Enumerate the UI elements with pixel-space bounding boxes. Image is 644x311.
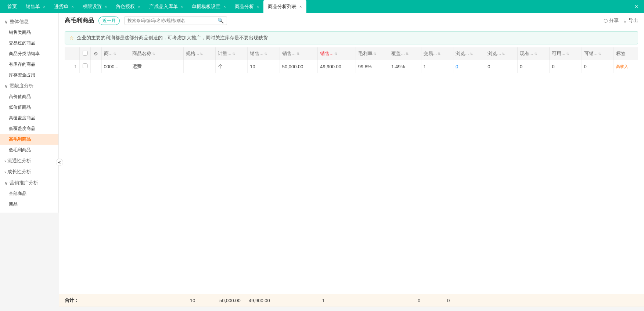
sort-profit-icon[interactable]: ⇅ [334,52,337,56]
content-header: 高毛利商品 近一月 🔍 ⬡ 分享 ⤓ 导出 [59,13,644,28]
sidebar-item-low-value[interactable]: 低价值商品 [0,102,58,113]
sidebar-group-marketing-items: 全部商品 新品 [0,188,58,210]
nav-close-permissions[interactable]: × [105,4,107,9]
share-button[interactable]: ⬡ 分享 [604,17,619,24]
sidebar-wrapper: ∨ 整体信息 销售类商品 交易过的商品 商品分类助销率 有库存的商品 库存资金占… [0,13,59,311]
cell-tag: 高收入 [614,60,638,73]
sort-gross-icon[interactable]: ⇅ [373,52,376,56]
sidebar-group-overall[interactable]: ∨ 整体信息 [0,16,58,27]
sort-saleable-icon[interactable]: ⇅ [598,52,601,56]
sidebar-item-high-value[interactable]: 高价值商品 [0,91,58,102]
nav-product-analysis[interactable]: 商品分析 × [230,0,263,13]
nav-permissions[interactable]: 权限设置 × [78,0,111,13]
footer-coverage-empty [298,298,320,303]
sidebar-item-all-goods[interactable]: 全部商品 [0,188,58,199]
sort-unit-icon[interactable]: ⇅ [232,52,235,56]
sort-stock-icon[interactable]: ⇅ [534,52,537,56]
col-spec: 规格... ⇅ [183,47,215,60]
footer-sales-qty [85,298,188,303]
cell-setting [90,60,101,73]
cell-available: 0 [550,60,582,73]
sort-browse1-icon[interactable]: ⇅ [470,52,473,56]
col-coverage: 覆盖... ⇅ [389,47,421,60]
footer-gross-empty [276,298,298,303]
nav-role-auth[interactable]: 角色授权 × [111,0,144,13]
sort-qty-icon[interactable]: ⇅ [264,52,267,56]
col-tag: 标签 [614,47,638,60]
sidebar-group-marketing[interactable]: ∨ 营销推广分析 [0,177,58,188]
sort-spec-icon[interactable]: ⇅ [200,52,203,56]
sidebar-item-new-goods[interactable]: 新品 [0,199,58,210]
sidebar-item-low-coverage[interactable]: 低覆盖度商品 [0,123,58,134]
sidebar-item-low-margin[interactable]: 低毛利商品 [0,145,58,155]
nav-product-analysis-list[interactable]: 商品分析列表 × [263,0,306,13]
nav-purchase-order[interactable]: 进货单 × [50,0,78,13]
nav-close-role-auth[interactable]: × [138,4,140,9]
col-setting[interactable]: ⚙ [90,47,101,60]
sidebar-item-category-rate[interactable]: 商品分类助销率 [0,48,58,59]
footer-browse1-empty [349,298,371,303]
sort-code-icon[interactable]: ⇅ [113,52,116,56]
period-button[interactable]: 近一月 [98,17,120,25]
chevron-right-icon: › [4,158,6,164]
sort-browse2-icon[interactable]: ⇅ [502,52,505,56]
nav-close-product-analysis-list[interactable]: × [299,4,302,9]
col-transaction: 交易... ⇅ [421,47,453,60]
nav-template-settings[interactable]: 单据模板设置 × [187,0,230,13]
nav-close-purchase[interactable]: × [71,4,73,9]
col-available: 可用... ⇅ [550,47,582,60]
nav-sales-order[interactable]: 销售单 × [21,0,50,13]
cell-coverage: 1.49% [389,60,421,73]
col-checkbox [79,47,90,60]
export-button[interactable]: ⤓ 导出 [623,17,638,24]
info-icon: ☆ [69,35,74,41]
col-unit: 计量... ⇅ [215,47,247,60]
sort-transaction-icon[interactable]: ⇅ [438,52,440,56]
sort-available-icon[interactable]: ⇅ [566,52,569,56]
col-name: 商品名称 ⇅ [130,47,183,60]
browse1-link[interactable]: 0 [456,64,458,69]
col-sales-amount: 销售... ⇅ [280,47,317,60]
sidebar-group-liquidity[interactable]: › 流通性分析 [0,155,58,166]
nav-product-instock[interactable]: 产成品入库单 × [145,0,187,13]
sort-amount-icon[interactable]: ⇅ [296,52,299,56]
sidebar-item-traded-goods[interactable]: 交易过的商品 [0,38,58,48]
tag-badge: 高收入 [616,64,628,69]
top-navigation: 首页 销售单 × 进货单 × 权限设置 × 角色授权 × 产成品入库单 × 单据… [0,0,644,13]
nav-close-sales[interactable]: × [43,4,45,9]
chevron-right-icon-2: › [4,169,6,175]
cell-spec [183,60,215,73]
window-close-button[interactable]: × [632,3,641,10]
sort-name-icon[interactable]: ⇅ [152,52,155,56]
search-icon[interactable]: 🔍 [217,18,224,23]
nav-close-product-instock[interactable]: × [181,4,183,9]
sidebar-item-stock-capital[interactable]: 库存资金占用 [0,70,58,80]
nav-home[interactable]: 首页 [3,0,21,13]
cell-checkbox [79,60,90,73]
cell-sales-amount: 50,000.00 [280,60,317,73]
sidebar-item-stock-goods[interactable]: 有库存的商品 [0,59,58,70]
cell-unit: 个 [215,60,247,73]
sidebar-item-high-margin[interactable]: 高毛利商品 [0,134,58,145]
page-title: 高毛利商品 [65,17,94,25]
sidebar-item-high-coverage[interactable]: 高覆盖度商品 [0,113,58,123]
sidebar-collapse-button[interactable]: « [56,159,63,166]
footer-available-value: 0 [415,298,445,303]
settings-icon[interactable]: ⚙ [94,51,98,57]
nav-close-template[interactable]: × [223,4,226,9]
footer-label: 合计： [65,297,79,304]
sidebar-group-contribution[interactable]: ∨ 贡献度分析 [0,80,58,91]
sidebar-group-growth[interactable]: › 成长性分析 [0,166,58,177]
chevron-down-icon-2: ∨ [4,83,8,89]
sidebar-item-sales-goods[interactable]: 销售类商品 [0,27,58,38]
col-gross-rate: 毛利率 ⇅ [356,47,389,60]
cell-code: 0000... [101,60,130,73]
nav-close-product-analysis[interactable]: × [257,4,259,9]
search-input[interactable] [127,18,215,23]
row-checkbox[interactable] [83,64,87,68]
select-all-checkbox[interactable] [83,51,87,55]
cell-gross-rate: 99.8% [356,60,389,73]
table-container: ⚙ 商... ⇅ 商品名称 ⇅ [59,47,644,294]
horizontal-scrollbar[interactable] [59,307,644,311]
sort-coverage-icon[interactable]: ⇅ [406,52,409,56]
